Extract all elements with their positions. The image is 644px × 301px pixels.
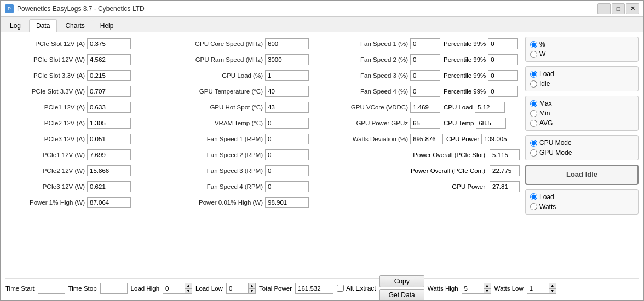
title-bar-controls: − □ ✕ bbox=[597, 3, 639, 14]
label-pcie1-12v-w: PCIe1 12V (W) bbox=[5, 152, 85, 158]
input-time-stop[interactable] bbox=[100, 283, 128, 294]
label-pcie1-12v-a: PCIe1 12V (A) bbox=[5, 104, 85, 111]
maximize-button[interactable]: □ bbox=[612, 3, 625, 14]
radio-row-w[interactable]: W bbox=[530, 50, 634, 58]
input-fan1-pct[interactable] bbox=[410, 38, 440, 49]
spinner-load-high-down[interactable]: ▼ bbox=[185, 288, 192, 294]
input-gpu-hot-spot[interactable] bbox=[265, 102, 309, 113]
checkbox-alt-extract[interactable] bbox=[337, 285, 344, 292]
input-total-power[interactable] bbox=[295, 283, 334, 294]
tab-charts[interactable]: Charts bbox=[58, 19, 91, 32]
load-idle-box[interactable]: Load Idle bbox=[525, 165, 639, 185]
radio-watts[interactable] bbox=[530, 203, 537, 210]
input-fan3-pct[interactable] bbox=[410, 70, 440, 81]
input-time-start[interactable] bbox=[38, 283, 65, 294]
label-total-power: Total Power bbox=[259, 285, 292, 292]
spinner-load-low-down[interactable]: ▼ bbox=[248, 288, 256, 294]
radio-row-avg[interactable]: AVG bbox=[530, 119, 634, 127]
radio-row-idle[interactable]: Idle bbox=[530, 80, 634, 88]
input-percentile-99-2[interactable] bbox=[488, 54, 518, 65]
input-watts-deviation[interactable] bbox=[410, 134, 443, 144]
input-fan-speed-2-rpm[interactable] bbox=[265, 149, 309, 160]
radio-load2[interactable] bbox=[530, 193, 537, 200]
input-gpu-load[interactable] bbox=[265, 70, 309, 81]
input-pcie-slot-33v-w[interactable] bbox=[87, 86, 131, 97]
radio-row-min[interactable]: Min bbox=[530, 109, 634, 117]
field-fan3-pct: Fan Speed 3 (%) Percentile 99% bbox=[337, 68, 520, 83]
label-gpu-hot-spot: GPU Hot Spot (°C) bbox=[167, 104, 263, 111]
copy-button[interactable]: Copy bbox=[380, 275, 424, 287]
label-watts-low: Watts Low bbox=[495, 285, 524, 292]
close-button[interactable]: ✕ bbox=[626, 3, 639, 14]
radio-idle[interactable] bbox=[530, 80, 537, 88]
spinner-watts-low-up[interactable]: ▲ bbox=[549, 283, 556, 288]
input-percentile-99-1[interactable] bbox=[488, 38, 518, 49]
input-pcie3-12v-w[interactable] bbox=[87, 181, 131, 192]
tab-log[interactable]: Log bbox=[3, 19, 28, 32]
label-percentile-99-3: Percentile 99% bbox=[444, 72, 486, 79]
input-load-high[interactable] bbox=[163, 283, 185, 294]
input-cpu-load[interactable] bbox=[475, 102, 505, 113]
spinner-watts-high-up[interactable]: ▲ bbox=[484, 283, 491, 288]
radio-row-load2[interactable]: Load bbox=[530, 193, 634, 201]
input-gpu-vcore[interactable] bbox=[410, 102, 440, 113]
input-pcie-slot-33v-a[interactable] bbox=[87, 70, 131, 81]
input-percentile-99-3[interactable] bbox=[488, 70, 518, 81]
input-gpu-core-speed[interactable] bbox=[265, 38, 309, 49]
radio-row-cpu-mode[interactable]: CPU Mode bbox=[530, 139, 634, 147]
input-power-overall-con[interactable] bbox=[490, 165, 520, 176]
label-pcie2-12v-w: PCIe2 12V (W) bbox=[5, 167, 85, 174]
input-gpu-power-gpuz[interactable] bbox=[410, 118, 440, 129]
radio-avg[interactable] bbox=[530, 120, 537, 127]
radio-row-load[interactable]: Load bbox=[530, 70, 634, 78]
radio-row-gpu-mode[interactable]: GPU Mode bbox=[530, 149, 634, 157]
radio-max[interactable] bbox=[530, 100, 537, 107]
input-cpu-temp[interactable] bbox=[476, 118, 506, 129]
input-cpu-power[interactable] bbox=[481, 134, 514, 144]
input-fan-speed-1-rpm[interactable] bbox=[265, 134, 309, 144]
spinner-watts-low-down[interactable]: ▼ bbox=[549, 288, 556, 294]
input-watts-low[interactable] bbox=[527, 283, 549, 294]
radio-percent[interactable] bbox=[530, 41, 537, 48]
input-vram-temp[interactable] bbox=[265, 118, 309, 129]
input-pcie2-12v-a[interactable] bbox=[87, 118, 131, 129]
minimize-button[interactable]: − bbox=[597, 3, 611, 14]
label-w: W bbox=[539, 50, 545, 58]
radio-cpu-mode[interactable] bbox=[530, 140, 537, 147]
radio-row-watts[interactable]: Watts bbox=[530, 203, 634, 211]
field-fan-speed-1-rpm: Fan Speed 1 (RPM) bbox=[167, 132, 334, 146]
tab-data[interactable]: Data bbox=[29, 19, 57, 32]
tab-help[interactable]: Help bbox=[93, 19, 121, 32]
input-fan2-pct[interactable] bbox=[410, 54, 440, 65]
radio-row-percent[interactable]: % bbox=[530, 40, 634, 48]
input-pcie-slot-12v-a[interactable] bbox=[87, 38, 131, 49]
spinner-load-low-up[interactable]: ▲ bbox=[248, 283, 256, 288]
input-gpu-power[interactable] bbox=[490, 181, 520, 192]
label-gpu-vcore: GPU VCore (VDDC) bbox=[337, 104, 408, 111]
spinner-load-high-up[interactable]: ▲ bbox=[185, 283, 192, 288]
input-power-overall-slot[interactable] bbox=[490, 149, 520, 160]
input-power-1pct[interactable] bbox=[87, 197, 131, 208]
input-power-0.01pct[interactable] bbox=[265, 197, 309, 208]
input-fan-speed-4-rpm[interactable] bbox=[265, 181, 309, 192]
input-load-low[interactable] bbox=[226, 283, 248, 294]
radio-row-max[interactable]: Max bbox=[530, 100, 634, 107]
label-load2: Load bbox=[539, 193, 554, 201]
input-watts-high[interactable] bbox=[462, 283, 484, 294]
input-pcie-slot-12v-w[interactable] bbox=[87, 54, 131, 65]
input-percentile-99-4[interactable] bbox=[488, 86, 518, 97]
get-data-button[interactable]: Get Data bbox=[380, 289, 424, 300]
radio-gpu-mode[interactable] bbox=[530, 149, 537, 157]
radio-min[interactable] bbox=[530, 110, 537, 117]
input-pcie1-12v-w[interactable] bbox=[87, 149, 131, 160]
input-gpu-ram-speed[interactable] bbox=[265, 54, 309, 65]
input-gpu-temp[interactable] bbox=[265, 86, 309, 97]
radio-load[interactable] bbox=[530, 71, 537, 78]
spinner-watts-high-down[interactable]: ▼ bbox=[484, 288, 491, 294]
input-pcie2-12v-w[interactable] bbox=[87, 165, 131, 176]
input-pcie3-12v-a[interactable] bbox=[87, 134, 131, 144]
input-pcie1-12v-a[interactable] bbox=[87, 102, 131, 113]
input-fan4-pct[interactable] bbox=[410, 86, 440, 97]
input-fan-speed-3-rpm[interactable] bbox=[265, 165, 309, 176]
radio-w[interactable] bbox=[530, 51, 537, 58]
